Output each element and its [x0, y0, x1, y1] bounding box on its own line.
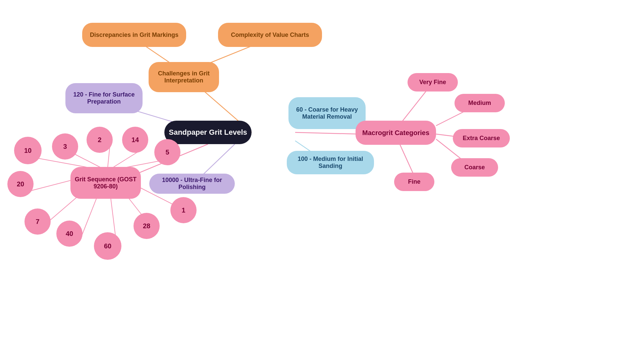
grit-10-node[interactable]: 10	[14, 137, 42, 164]
grit-5-node[interactable]: 5	[154, 139, 180, 165]
macrogrit-node[interactable]: Macrogrit Categories	[356, 121, 436, 145]
fine120-node[interactable]: 120 - Fine for Surface Preparation	[65, 83, 143, 113]
grit-40-node[interactable]: 40	[56, 221, 83, 247]
fine-node[interactable]: Fine	[394, 173, 434, 191]
grit-28-node[interactable]: 28	[133, 213, 160, 239]
grit-sequence-node[interactable]: Grit Sequence (GOST 9206-80)	[70, 167, 141, 199]
challenges-node[interactable]: Challenges in Grit Interpretation	[149, 62, 219, 92]
svg-line-8	[295, 132, 359, 134]
center-node[interactable]: Sandpaper Grit Levels	[164, 121, 252, 144]
grit-3-node[interactable]: 3	[52, 133, 78, 160]
coarse-node[interactable]: Coarse	[451, 158, 498, 177]
medium-node[interactable]: Medium	[454, 94, 505, 112]
complexity-node[interactable]: Complexity of Value Charts	[218, 23, 322, 47]
grit-20-node[interactable]: 20	[7, 171, 34, 197]
extra-coarse-node[interactable]: Extra Coarse	[453, 129, 510, 147]
grit-14-node[interactable]: 14	[122, 127, 148, 153]
coarse60-node[interactable]: 60 - Coarse for Heavy Material Removal	[288, 97, 366, 129]
ultraFine10000-node[interactable]: 10000 - Ultra-Fine for Polishing	[149, 174, 235, 194]
grit-60b-node[interactable]: 60	[94, 232, 121, 260]
medium100-node[interactable]: 100 - Medium for Initial Sanding	[287, 151, 374, 174]
discrepancies-node[interactable]: Discrepancies in Grit Markings	[82, 23, 186, 47]
very-fine-node[interactable]: Very Fine	[408, 73, 458, 92]
grit-7-node[interactable]: 7	[24, 208, 51, 235]
grit-2-node[interactable]: 2	[87, 127, 113, 153]
grit-1-node[interactable]: 1	[170, 197, 197, 223]
